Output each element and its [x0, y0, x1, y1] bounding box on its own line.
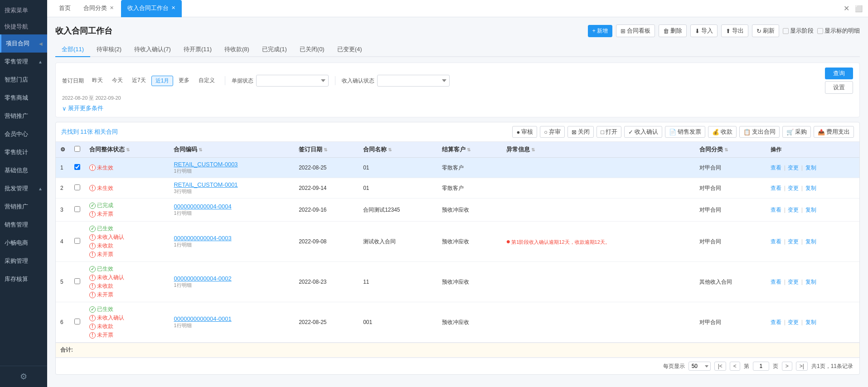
edit-link[interactable]: 变更 [788, 185, 799, 191]
import-button[interactable]: ⬇ 导入 [690, 24, 718, 37]
edit-link[interactable]: 变更 [788, 319, 799, 325]
row-select[interactable] [70, 178, 85, 198]
date-btn-custom[interactable]: 自定义 [195, 76, 218, 86]
row-select[interactable] [70, 222, 85, 262]
expand-more-btn[interactable]: ∨ 展开更多条件 [62, 104, 853, 112]
income-confirm-btn[interactable]: ✓ 收入确认 [624, 126, 662, 138]
refresh-button[interactable]: ↻ 刷新 [752, 24, 779, 37]
doc-status-select[interactable] [256, 75, 329, 87]
row-checkbox[interactable] [74, 278, 80, 284]
delete-button[interactable]: 🗑 删除 [659, 24, 687, 37]
page-prev-btn[interactable]: < [730, 362, 740, 371]
edit-link[interactable]: 变更 [788, 238, 799, 245]
copy-link[interactable]: 复制 [805, 319, 816, 325]
row-checkbox[interactable] [74, 184, 80, 190]
sort-icon5[interactable]: ⇅ [467, 147, 470, 152]
review-btn[interactable]: ● 审核 [512, 126, 537, 138]
add-button[interactable]: + 新增 [588, 25, 612, 37]
tab-close-income-contract[interactable]: ✕ [171, 5, 175, 11]
sidebar-item-member[interactable]: 会员中心 [0, 125, 47, 143]
sidebar-item-smart-store[interactable]: 智慧门店 [0, 71, 47, 89]
row-select[interactable] [70, 158, 85, 178]
page-num-input[interactable] [753, 362, 769, 371]
col-settings[interactable]: ⚙ [56, 142, 70, 158]
row-select[interactable] [70, 262, 85, 302]
copy-link[interactable]: 复制 [805, 238, 816, 245]
sort-icon[interactable]: ⇅ [126, 147, 130, 152]
view-link[interactable]: 查看 [771, 164, 781, 171]
sidebar-quick-nav[interactable]: 快捷导航 [0, 19, 47, 34]
filter-tab-all[interactable]: 全部(11) [55, 43, 90, 57]
row-select[interactable] [70, 302, 85, 343]
page-next-btn[interactable]: > [782, 362, 792, 371]
contract-code-link[interactable]: 0000000000004-0001 [174, 315, 231, 322]
sidebar-search[interactable]: 搜索菜单 [0, 0, 47, 19]
contract-code-link[interactable]: 0000000000004-0002 [174, 275, 231, 282]
confirm-status-select[interactable] [377, 75, 450, 87]
tab-home[interactable]: 首页 [53, 0, 77, 17]
filter-tab-pending-invoice[interactable]: 待开票(11) [177, 43, 218, 57]
abandon-review-btn[interactable]: ○ 弃审 [540, 126, 565, 138]
checkbox-show-detail[interactable] [817, 28, 823, 34]
sidebar-item-marketing2[interactable]: 营销推广 [0, 198, 47, 216]
filter-tab-pending-confirm[interactable]: 待收入确认(7) [128, 43, 177, 57]
row-checkbox[interactable] [74, 206, 80, 212]
filter-tab-closed[interactable]: 已关闭(0) [293, 43, 331, 57]
close-btn[interactable]: ⊠ 关闭 [567, 126, 594, 138]
sidebar-item-retail-mall[interactable]: 零售商城 [0, 89, 47, 107]
edit-link[interactable]: 变更 [788, 207, 799, 213]
sort-icon3[interactable]: ⇅ [324, 147, 327, 152]
sidebar-item-retail-stats[interactable]: 零售统计 [0, 143, 47, 161]
copy-link[interactable]: 复制 [805, 207, 816, 213]
contract-code-link[interactable]: 0000000000004-0004 [174, 203, 231, 210]
export-button[interactable]: ⬆ 导出 [721, 24, 748, 37]
tab-close-contract-category[interactable]: ✕ [110, 5, 114, 11]
sidebar-item-marketing[interactable]: 营销推广 [0, 107, 47, 125]
page-last-btn[interactable]: >| [796, 362, 808, 371]
sales-invoice-btn[interactable]: 📄 销售发票 [665, 126, 705, 138]
show-stage-checkbox[interactable]: 显示阶段 [783, 27, 814, 35]
tab-income-contract[interactable]: 收入合同工作台 ✕ [121, 0, 182, 17]
sidebar-item-project-contract[interactable]: 项目合同 ◀ [0, 34, 47, 53]
view-link[interactable]: 查看 [771, 185, 781, 191]
sidebar-item-sales-mgmt[interactable]: 销售管理 [0, 216, 47, 234]
sort-icon6[interactable]: ⇅ [531, 147, 535, 152]
filter-tab-changed[interactable]: 已变更(4) [331, 43, 369, 57]
view-link[interactable]: 查看 [771, 207, 781, 213]
gear-icon[interactable]: ⚙ [5, 372, 43, 382]
contract-code-link[interactable]: RETAIL_CUSTOM-0003 [174, 161, 238, 168]
tab-contract-category[interactable]: 合同分类 ✕ [77, 0, 120, 17]
filter-tab-pending-review[interactable]: 待审核(2) [90, 43, 128, 57]
filter-tab-pending-payment[interactable]: 待收款(8) [218, 43, 256, 57]
edit-link[interactable]: 变更 [788, 164, 799, 171]
filter-tab-completed[interactable]: 已完成(1) [256, 43, 293, 57]
purchase-btn[interactable]: 🛒 采购 [782, 126, 811, 138]
row-checkbox[interactable] [74, 164, 80, 170]
contract-code-link[interactable]: RETAIL_CUSTOM-0001 [174, 181, 238, 188]
edit-link[interactable]: 变更 [788, 279, 799, 285]
payment-btn[interactable]: 💰 收款 [708, 126, 737, 138]
copy-link[interactable]: 复制 [805, 279, 816, 285]
sidebar-item-ecommerce[interactable]: 小畅电商 [0, 234, 47, 252]
sidebar-item-wholesale-mgmt[interactable]: 批发管理 ▲ [0, 179, 47, 198]
date-btn-1month[interactable]: 近1月 [151, 76, 174, 86]
sidebar-item-inventory[interactable]: 库存核算 [0, 270, 47, 288]
page-first-btn[interactable]: |< [714, 362, 726, 371]
show-detail-checkbox[interactable]: 显示标的明细 [817, 27, 860, 35]
view-link[interactable]: 查看 [771, 319, 781, 325]
date-btn-more[interactable]: 更多 [175, 76, 193, 86]
date-btn-7days[interactable]: 近7天 [128, 76, 150, 86]
open-btn[interactable]: □ 打开 [596, 126, 621, 138]
setting-button[interactable]: 设置 [825, 81, 853, 94]
row-select[interactable] [70, 198, 85, 222]
copy-link[interactable]: 复制 [805, 185, 816, 191]
date-btn-yesterday[interactable]: 昨天 [88, 76, 107, 86]
window-restore-btn[interactable]: ⬜ [855, 5, 863, 12]
view-link[interactable]: 查看 [771, 238, 781, 245]
select-all-checkbox[interactable] [74, 146, 80, 152]
page-size-select[interactable]: 50 10 20 100 [689, 362, 711, 371]
sort-icon4[interactable]: ⇅ [388, 147, 392, 152]
row-checkbox[interactable] [74, 319, 80, 324]
expense-out-btn[interactable]: 📤 费用支出 [814, 126, 854, 138]
expense-contract-btn[interactable]: 📋 支出合同 [739, 126, 780, 138]
